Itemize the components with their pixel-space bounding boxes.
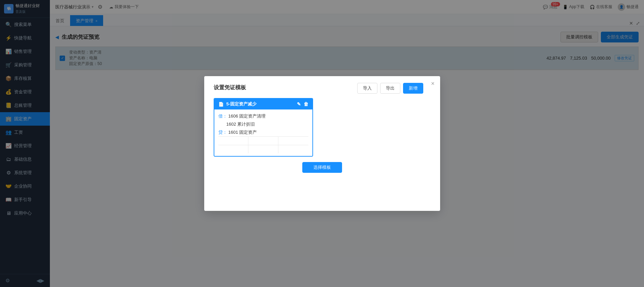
entry-1602: 1602 累计折旧 — [225, 120, 308, 128]
template-file-icon: 📄 — [218, 102, 224, 107]
entry-1606: 借： 1606 固定资产清理 — [218, 112, 308, 120]
template-card-body: 借： 1606 固定资产清理 1602 累计折旧 贷： 1601 固定资产 — [214, 109, 312, 156]
grid-cell-6 — [278, 145, 308, 153]
template-header-left: 📄 5-固定资产减少 — [218, 101, 257, 107]
new-template-btn[interactable]: 新增 — [403, 83, 423, 94]
template-delete-icon[interactable]: 🗑 — [304, 101, 308, 107]
grid-cell-1 — [218, 137, 248, 145]
grid-cell-2 — [248, 137, 278, 145]
grid-cell-4 — [218, 145, 248, 153]
template-grid-2 — [218, 145, 308, 153]
template-edit-icon[interactable]: ✎ — [297, 101, 301, 107]
export-btn[interactable]: 导出 — [380, 83, 400, 94]
template-grid — [218, 136, 308, 145]
template-name: 5-固定资产减少 — [226, 101, 257, 107]
template-card-actions: ✎ 🗑 — [297, 101, 308, 107]
template-card-header: 📄 5-固定资产减少 ✎ 🗑 — [214, 99, 312, 109]
modal-toolbar: 导入 导出 新增 — [357, 83, 423, 94]
grid-cell-3 — [278, 137, 308, 145]
template-modal: × 设置凭证模板 导入 导出 新增 📄 5-固定资产减少 ✎ 🗑 — [204, 76, 440, 211]
choose-template-btn[interactable]: 选择模板 — [302, 162, 342, 173]
import-btn[interactable]: 导入 — [357, 83, 377, 94]
template-card: 📄 5-固定资产减少 ✎ 🗑 借： 1606 固定资产清理 1602 — [214, 98, 313, 157]
modal-overlay: × 设置凭证模板 导入 导出 新增 📄 5-固定资产减少 ✎ 🗑 — [0, 0, 644, 287]
entry-1601: 贷： 1601 固定资产 — [218, 128, 308, 136]
choose-template-container: 选择模板 — [214, 162, 431, 173]
modal-close-btn[interactable]: × — [431, 80, 435, 87]
grid-cell-5 — [248, 145, 278, 153]
